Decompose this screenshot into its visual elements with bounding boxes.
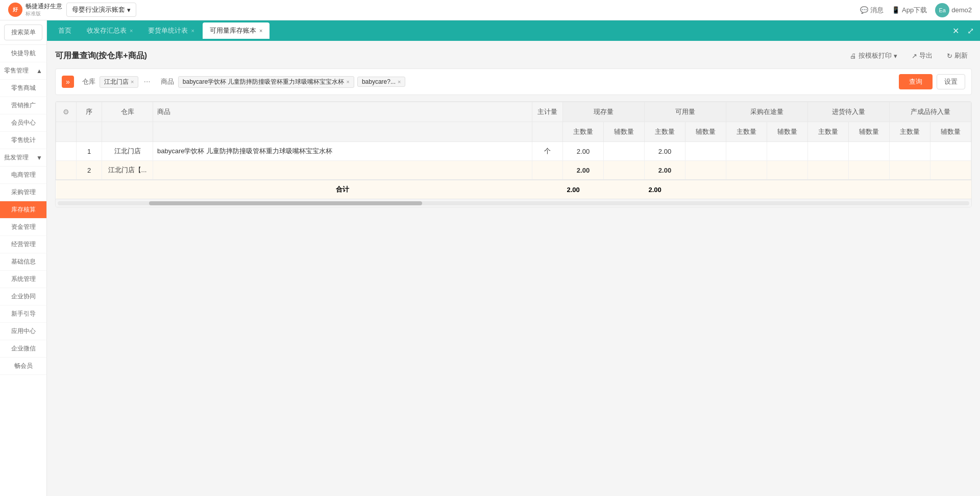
product-tag-1-text: babycare学饮杯 儿童防摔防撞吸管杯重力球吸嘴杯宝宝水杯 bbox=[183, 78, 345, 86]
th-warehouse: 仓库 bbox=[102, 102, 153, 122]
sidebar-item-retail-mgmt[interactable]: 零售管理 ▲ bbox=[0, 62, 46, 80]
scroll-track bbox=[58, 201, 969, 205]
td-row1-pp-main bbox=[808, 142, 849, 161]
export-btn[interactable]: ↗ 导出 bbox=[908, 49, 937, 62]
sidebar-item-member-center[interactable]: 会员中心 bbox=[0, 114, 46, 132]
search-menu-button[interactable]: 搜索菜单 bbox=[4, 25, 42, 40]
td-row1-current-main: 2.00 bbox=[563, 142, 604, 161]
sidebar-item-inventory-check[interactable]: 库存核算 bbox=[0, 201, 46, 219]
tab-order-stats-label: 要货单统计表 bbox=[148, 26, 188, 35]
td-row2-pp-main bbox=[808, 161, 849, 180]
query-button[interactable]: 查询 bbox=[899, 74, 933, 89]
app-download-action[interactable]: 📱 App下载 bbox=[892, 6, 927, 15]
sidebar-item-marketing[interactable]: 营销推广 bbox=[0, 97, 46, 114]
th-pt-aux: 辅数量 bbox=[767, 122, 808, 142]
top-bar: 好 畅捷通好生意 标准版 母婴行业演示账套 ▾ 💬 消息 📱 App下载 Ea … bbox=[0, 0, 980, 20]
table-footer: 合计 2.00 2.00 bbox=[56, 180, 971, 199]
tab-receivable-close[interactable]: × bbox=[130, 28, 133, 34]
warehouse-tag-close[interactable]: × bbox=[131, 79, 134, 85]
logo-icon: 好 bbox=[8, 3, 22, 17]
sidebar-item-enterprise-coop[interactable]: 企业协同 bbox=[0, 288, 46, 305]
industry-label: 母婴行业演示账套 bbox=[72, 5, 125, 14]
footer-empty2 bbox=[77, 180, 102, 199]
sidebar-item-quick-nav[interactable]: 快捷导航 bbox=[0, 45, 46, 62]
tab-maximize-icon[interactable]: ⤢ bbox=[965, 24, 976, 38]
td-row2-check bbox=[56, 161, 77, 180]
footer-empty4 bbox=[532, 180, 563, 199]
industry-selector[interactable]: 母婴行业演示账套 ▾ bbox=[66, 3, 136, 17]
refresh-icon: ↻ bbox=[947, 52, 952, 60]
sidebar-item-new-guide[interactable]: 新手引导 bbox=[0, 305, 46, 323]
gear-icon[interactable]: ⚙ bbox=[63, 108, 69, 116]
sidebar-item-finance[interactable]: 资金管理 bbox=[0, 219, 46, 236]
tab-receivable[interactable]: 收发存汇总表 × bbox=[80, 22, 140, 39]
product-tag-2-close[interactable]: × bbox=[398, 79, 401, 85]
td-row1-available-aux bbox=[685, 142, 726, 161]
footer-pp-main bbox=[808, 180, 849, 199]
footer-pp-aux bbox=[849, 180, 890, 199]
sidebar-item-operations[interactable]: 经营管理 bbox=[0, 236, 46, 253]
table-container: ⚙ 序 仓库 商品 主计量 现存量 可用量 采购在途量 进货待入量 产成品待入量 bbox=[55, 101, 972, 207]
sidebar-item-purchase[interactable]: 采购管理 bbox=[0, 184, 46, 201]
template-print-label: 按模板打印 bbox=[859, 51, 892, 60]
product-tag-1[interactable]: babycare学饮杯 儿童防摔防撞吸管杯重力球吸嘴杯宝宝水杯 × bbox=[178, 76, 354, 88]
refresh-btn[interactable]: ↻ 刷新 bbox=[943, 49, 972, 62]
td-row2-pt-aux bbox=[767, 161, 808, 180]
print-icon: 🖨 bbox=[850, 52, 856, 60]
th-available-aux: 辅数量 bbox=[685, 122, 726, 142]
horizontal-scrollbar[interactable] bbox=[56, 199, 971, 207]
tab-order-stats[interactable]: 要货单统计表 × bbox=[141, 22, 201, 39]
scroll-thumb[interactable] bbox=[149, 201, 423, 205]
user-profile[interactable]: Ea demo2 bbox=[935, 3, 972, 17]
filter-expand-btn[interactable]: » bbox=[62, 76, 74, 88]
td-row1-check bbox=[56, 142, 77, 161]
footer-pt-main bbox=[726, 180, 767, 199]
td-row2-available-main: 2.00 bbox=[645, 161, 685, 180]
product-filter-label: 商品 bbox=[161, 77, 174, 86]
td-row2-warehouse: 江北门店【... bbox=[102, 161, 153, 180]
sidebar-item-wholesale[interactable]: 批发管理 ▼ bbox=[0, 149, 46, 167]
th-sub-empty2 bbox=[77, 122, 102, 142]
footer-current-main: 2.00 bbox=[563, 180, 604, 199]
tab-close-all-icon[interactable]: ✕ bbox=[950, 24, 961, 38]
sidebar-search[interactable]: 搜索菜单 bbox=[0, 20, 46, 45]
message-action[interactable]: 💬 消息 bbox=[860, 6, 884, 15]
logo-text: 畅捷通好生意 bbox=[26, 3, 62, 10]
sidebar-item-basic-info[interactable]: 基础信息 bbox=[0, 253, 46, 271]
page-content: 可用量查询(按仓库+商品) 🖨 按模板打印 ▾ ↗ 导出 ↻ 刷新 bbox=[47, 41, 980, 496]
td-row1-prod-main bbox=[890, 142, 930, 161]
th-current-main: 主数量 bbox=[563, 122, 604, 142]
warehouse-filter-tags: 江北门店 × ··· bbox=[100, 76, 153, 88]
tab-available-stock-close[interactable]: × bbox=[259, 28, 262, 34]
tab-order-stats-close[interactable]: × bbox=[191, 28, 194, 34]
sidebar-item-member[interactable]: 畅会员 bbox=[0, 358, 46, 375]
warehouse-filter-more[interactable]: ··· bbox=[141, 77, 152, 86]
table-body: 1 江北门店 babycare学饮杯 儿童防摔防撞吸管杯重力球吸嘴杯宝宝水杯 个… bbox=[56, 142, 971, 180]
th-current-aux: 辅数量 bbox=[604, 122, 645, 142]
template-print-btn[interactable]: 🖨 按模板打印 ▾ bbox=[846, 49, 901, 62]
td-row1-pt-main bbox=[726, 142, 767, 161]
tab-available-stock[interactable]: 可用量库存账本 × bbox=[203, 22, 270, 39]
warehouse-filter-label: 仓库 bbox=[82, 77, 95, 86]
sidebar-item-ecommerce[interactable]: 电商管理 bbox=[0, 167, 46, 184]
td-row1-no: 1 bbox=[77, 142, 102, 161]
sidebar: 搜索菜单 快捷导航 零售管理 ▲ 零售商城 营销推广 会员中心 零售统计 批发管… bbox=[0, 20, 47, 496]
sidebar-item-enterprise-wechat[interactable]: 企业微信 bbox=[0, 340, 46, 358]
settings-button[interactable]: 设置 bbox=[937, 74, 965, 89]
sidebar-item-retail-mall[interactable]: 零售商城 bbox=[0, 80, 46, 97]
table-row: 2 江北门店【... 2.00 2.00 bbox=[56, 161, 971, 180]
product-tag-2[interactable]: babycare?... × bbox=[357, 77, 405, 87]
page-title: 可用量查询(按仓库+商品) bbox=[55, 51, 147, 61]
th-available-main: 主数量 bbox=[645, 122, 685, 142]
filter-product-group: 商品 babycare学饮杯 儿童防摔防撞吸管杯重力球吸嘴杯宝宝水杯 × bab… bbox=[161, 76, 406, 88]
warehouse-tag[interactable]: 江北门店 × bbox=[100, 76, 138, 88]
export-icon: ↗ bbox=[912, 52, 917, 60]
th-pp-main: 主数量 bbox=[808, 122, 849, 142]
product-tag-1-close[interactable]: × bbox=[346, 79, 349, 85]
top-bar-right: 💬 消息 📱 App下载 Ea demo2 bbox=[860, 3, 972, 17]
th-product-pending: 产成品待入量 bbox=[890, 102, 971, 122]
sidebar-item-retail-stats[interactable]: 零售统计 bbox=[0, 132, 46, 149]
tab-home[interactable]: 首页 bbox=[51, 22, 79, 39]
sidebar-item-sys-mgmt[interactable]: 系统管理 bbox=[0, 271, 46, 288]
sidebar-item-app-center[interactable]: 应用中心 bbox=[0, 323, 46, 340]
